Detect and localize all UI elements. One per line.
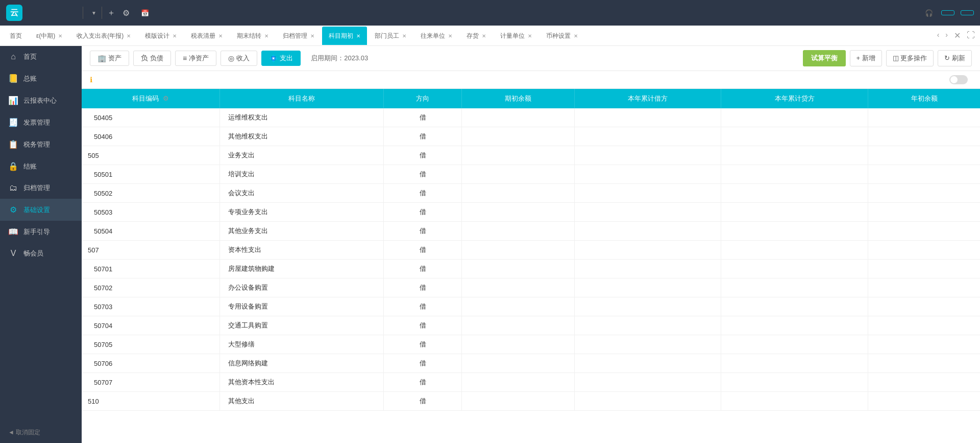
tab-close-icon[interactable]: ✕: [58, 33, 62, 39]
tab-close-all-button[interactable]: ✕: [952, 30, 963, 41]
tab-currency[interactable]: 币种设置✕: [540, 27, 584, 45]
tab-next-button[interactable]: ›: [943, 30, 950, 41]
calc-balance-button[interactable]: 试算平衡: [803, 50, 846, 66]
sidebar-icon-tax: 📋: [8, 139, 18, 149]
sidebar-collapse-button[interactable]: ◄ 取消固定: [0, 422, 82, 443]
tab-dept[interactable]: 部门员工✕: [368, 27, 413, 45]
sidebar-item-archive[interactable]: 🗂 归档管理: [0, 177, 82, 199]
tab-tax[interactable]: 税表清册✕: [184, 27, 229, 45]
cell-opening-year: [868, 241, 980, 260]
tab-close-icon[interactable]: ✕: [264, 33, 268, 39]
tab-archive[interactable]: 归档管理✕: [276, 27, 321, 45]
tab-prev-button[interactable]: ‹: [935, 30, 942, 41]
table-row[interactable]: 50706 信息网络购建 借: [82, 354, 980, 373]
tab-close-icon[interactable]: ✕: [402, 33, 406, 39]
table-row[interactable]: 50501 培训支出 借: [82, 165, 980, 184]
cell-name: 业务支出: [219, 146, 384, 165]
tab-subject_init[interactable]: 科目期初✕: [322, 27, 367, 45]
cell-name: 运维维权支出: [219, 108, 384, 127]
tab-close-icon[interactable]: ✕: [310, 33, 314, 39]
table-row[interactable]: 50707 其他资本性支出 借: [82, 373, 980, 392]
tab-close-icon[interactable]: ✕: [356, 33, 360, 39]
cell-direction: 借: [384, 146, 462, 165]
table-row[interactable]: 507 资本性支出 借: [82, 241, 980, 260]
tab-close-icon[interactable]: ✕: [127, 33, 131, 39]
settings-icon[interactable]: ⚙: [122, 8, 130, 18]
sidebar-item-invoice[interactable]: 🧾 发票管理: [0, 111, 82, 133]
sidebar-item-ledger[interactable]: 📒 总账: [0, 67, 82, 89]
tab-counterpart[interactable]: 往来单位✕: [414, 27, 459, 45]
tab-template[interactable]: 模版设计✕: [138, 27, 183, 45]
cell-ytd-credit: [721, 203, 868, 222]
cell-direction: 借: [384, 184, 462, 203]
table-row[interactable]: 50502 会议支出 借: [82, 184, 980, 203]
add-button[interactable]: + 新增: [850, 50, 882, 66]
sidebar-item-report[interactable]: 📊 云报表中心: [0, 89, 82, 111]
filter-tab-net_asset[interactable]: ≡净资产: [175, 51, 216, 66]
tab-expand-button[interactable]: ⛶: [965, 30, 977, 41]
cell-name: 房屋建筑物购建: [219, 260, 384, 278]
table-row[interactable]: 50703 专用设备购置 借: [82, 297, 980, 316]
filter-tab-asset[interactable]: 🏢资产: [90, 51, 129, 66]
table-row[interactable]: 50504 其他业务支出 借: [82, 222, 980, 241]
gear-icon[interactable]: ⚙: [163, 95, 169, 102]
sidebar-item-home[interactable]: ⌂ 首页: [0, 46, 82, 67]
sidebar-item-guide[interactable]: 📖 新手引导: [0, 221, 82, 243]
cell-opening-year: [868, 392, 980, 411]
cell-ytd-credit: [721, 392, 868, 411]
tab-label: 往来单位: [421, 32, 445, 40]
cell-direction: 借: [384, 222, 462, 241]
workspace-selector[interactable]: ▼: [88, 10, 96, 16]
tip-bar: ℹ: [82, 71, 980, 89]
cell-ytd-debit: [574, 203, 721, 222]
more-actions-button[interactable]: ◫ 更多操作: [886, 50, 934, 66]
filter-icon-net_asset: ≡: [183, 54, 187, 62]
tab-close-icon[interactable]: ✕: [173, 33, 177, 39]
cell-opening-year: [868, 203, 980, 222]
tab-close-icon[interactable]: ✕: [528, 33, 532, 39]
iam-button[interactable]: [961, 10, 974, 15]
refresh-button[interactable]: ↻ 刷新: [938, 50, 972, 66]
col-header-2: 方向: [384, 89, 462, 108]
tab-label: ε(中期): [36, 32, 55, 40]
tab-interim[interactable]: ε(中期)✕: [30, 27, 69, 45]
cell-opening-year: [868, 146, 980, 165]
filter-tab-income[interactable]: ◎收入: [220, 51, 257, 66]
table-row[interactable]: 50702 办公设备购置 借: [82, 278, 980, 297]
tab-period_end[interactable]: 期末结转✕: [230, 27, 275, 45]
calendar-icon[interactable]: 📅: [141, 9, 149, 17]
filter-tab-expense[interactable]: 💠支出: [261, 51, 301, 66]
help-button[interactable]: 🎧: [925, 9, 935, 17]
cell-ytd-debit: [574, 184, 721, 203]
sidebar-label-home: 首页: [23, 52, 37, 61]
sidebar-item-closing[interactable]: 🔒 结账: [0, 155, 82, 177]
sidebar-item-settings[interactable]: ⚙ 基础设置: [0, 199, 82, 221]
table-row[interactable]: 50705 大型修缮 借: [82, 335, 980, 354]
tab-inventory[interactable]: 存货✕: [460, 27, 493, 45]
table-row[interactable]: 50701 房屋建筑物购建 借: [82, 260, 980, 278]
cell-name: 其他维权支出: [219, 127, 384, 146]
table-row[interactable]: 50406 其他维权支出 借: [82, 127, 980, 146]
cell-opening-year: [868, 127, 980, 146]
table-row[interactable]: 510 其他支出 借: [82, 392, 980, 411]
cell-opening: [462, 108, 574, 127]
table-row[interactable]: 505 业务支出 借: [82, 146, 980, 165]
add-workspace-icon[interactable]: ＋: [107, 8, 115, 18]
sidebar-item-member[interactable]: V 畅会员: [0, 243, 82, 264]
filter-tab-liability[interactable]: 负负债: [133, 51, 171, 66]
tab-close-icon[interactable]: ✕: [218, 33, 223, 39]
table-row[interactable]: 50704 交通工具购置 借: [82, 316, 980, 335]
disable-toggle[interactable]: [949, 75, 968, 84]
cell-opening: [462, 222, 574, 241]
tab-home[interactable]: 首页: [3, 27, 29, 45]
tab-close-icon[interactable]: ✕: [482, 33, 486, 39]
tab-unit[interactable]: 计量单位✕: [494, 27, 538, 45]
account-button[interactable]: [941, 10, 954, 15]
tab-close-icon[interactable]: ✕: [574, 33, 578, 39]
sidebar-label-ledger: 总账: [23, 74, 37, 83]
tab-close-icon[interactable]: ✕: [448, 33, 452, 39]
sidebar-item-tax[interactable]: 📋 税务管理: [0, 133, 82, 155]
table-row[interactable]: 50405 运维维权支出 借: [82, 108, 980, 127]
tab-income[interactable]: 收入支出表(年报)✕: [70, 27, 137, 45]
table-row[interactable]: 50503 专项业务支出 借: [82, 203, 980, 222]
